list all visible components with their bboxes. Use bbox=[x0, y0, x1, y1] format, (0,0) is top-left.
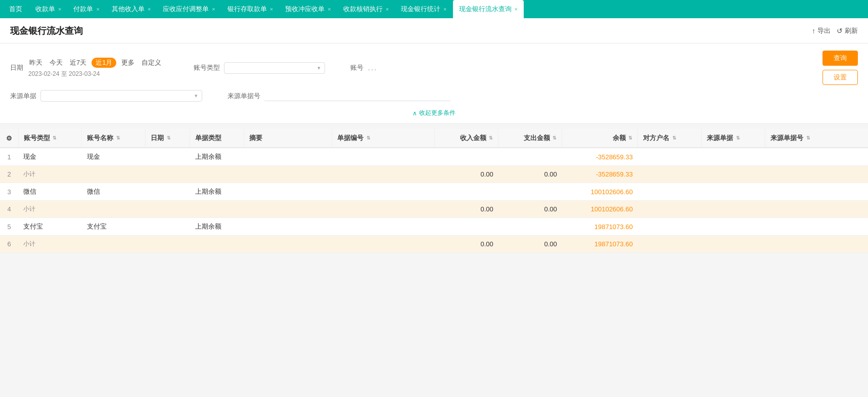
account-type-select-text bbox=[229, 64, 315, 72]
nav-receipt-label: 收款单 bbox=[35, 0, 55, 18]
td-source-doc-no bbox=[765, 183, 868, 201]
td-account-name: 现金 bbox=[82, 148, 146, 166]
table-row[interactable]: 2 小计 0.00 0.00 -3528659.33 bbox=[0, 166, 868, 183]
query-button[interactable]: 查询 bbox=[823, 51, 858, 66]
td-account-type: 小计 bbox=[18, 236, 82, 253]
td-account-name: 支付宝 bbox=[82, 218, 146, 236]
sort-icon-source-doc: ⇅ bbox=[736, 136, 740, 141]
filter-row-1: 日期 昨天 今天 近7天 近1月 更多 自定义 2023-02-24 至 202… bbox=[10, 51, 858, 85]
source-doc-select[interactable]: ▾ bbox=[40, 90, 202, 102]
nav-item-other-income[interactable]: 其他收入单 × bbox=[106, 0, 157, 18]
td-doc-type: 上期余额 bbox=[190, 218, 244, 236]
td-income: 0.00 bbox=[435, 166, 498, 183]
td-source-doc bbox=[702, 148, 765, 166]
td-source-doc bbox=[702, 166, 765, 183]
date-btn-more[interactable]: 更多 bbox=[119, 58, 136, 68]
th-income[interactable]: 收入金额 ⇅ bbox=[435, 129, 498, 148]
td-balance: 100102606.60 bbox=[562, 201, 638, 218]
th-account-type[interactable]: 账号类型 ⇅ bbox=[18, 129, 82, 148]
nav-item-payment[interactable]: 付款单 × bbox=[67, 0, 105, 18]
export-button[interactable]: ↑ 导出 bbox=[812, 26, 831, 35]
table-row[interactable]: 4 小计 0.00 0.00 100102606.60 bbox=[0, 201, 868, 218]
th-source-doc[interactable]: 来源单据 ⇅ bbox=[702, 129, 765, 148]
nav-item-home[interactable]: 首页 bbox=[2, 0, 29, 18]
td-source-doc bbox=[702, 201, 765, 218]
date-btn-7days[interactable]: 近7天 bbox=[68, 58, 88, 68]
sort-icon-balance: ⇅ bbox=[628, 136, 632, 141]
source-doc-no-input[interactable] bbox=[266, 92, 448, 100]
th-doc-no[interactable]: 单据编号 ⇅ bbox=[332, 129, 434, 148]
account-type-chevron-icon: ▾ bbox=[317, 65, 321, 71]
td-expense: 0.00 bbox=[498, 201, 562, 218]
date-btn-today[interactable]: 今天 bbox=[48, 58, 65, 68]
td-balance: -3528659.33 bbox=[562, 148, 638, 166]
sort-icon-account-type: ⇅ bbox=[53, 136, 57, 141]
td-idx: 6 bbox=[0, 236, 18, 253]
td-account-name bbox=[82, 201, 146, 218]
collapse-up-icon: ∧ bbox=[413, 110, 417, 117]
td-expense bbox=[498, 148, 562, 166]
nav-bank-deposit-close[interactable]: × bbox=[270, 0, 273, 18]
refresh-button[interactable]: ↺ 刷新 bbox=[837, 26, 858, 35]
td-doc-no bbox=[332, 183, 434, 201]
td-source-doc bbox=[702, 236, 765, 253]
td-date bbox=[146, 183, 190, 201]
nav-item-bank-deposit[interactable]: 银行存取款单 × bbox=[221, 0, 279, 18]
date-btn-custom[interactable]: 自定义 bbox=[140, 58, 163, 68]
collapse-bar[interactable]: ∧ 收起更多条件 bbox=[10, 107, 858, 118]
table-row[interactable]: 3 微信 微信 上期余额 100102606.60 bbox=[0, 183, 868, 201]
td-doc-type: 上期余额 bbox=[190, 183, 244, 201]
td-summary bbox=[244, 183, 332, 201]
td-account-type: 支付宝 bbox=[18, 218, 82, 236]
th-account-name-label: 账号名称 bbox=[87, 134, 113, 142]
th-expense[interactable]: 支出金额 ⇅ bbox=[498, 129, 562, 148]
nav-payment-close[interactable]: × bbox=[96, 0, 99, 18]
nav-item-advance-offset[interactable]: 预收冲应收单 × bbox=[279, 0, 337, 18]
td-counterpart bbox=[638, 148, 702, 166]
date-btn-1month[interactable]: 近1月 bbox=[92, 58, 116, 68]
td-expense bbox=[498, 183, 562, 201]
nav-cash-bank-flow-label: 现金银行流水查询 bbox=[459, 0, 512, 18]
td-source-doc-no bbox=[765, 201, 868, 218]
source-doc-no-input-wrap bbox=[264, 91, 450, 101]
nav-cash-bank-stat-close[interactable]: × bbox=[443, 0, 446, 18]
account-dots[interactable]: ... bbox=[368, 63, 377, 72]
table-row[interactable]: 5 支付宝 支付宝 上期余额 19871073.60 bbox=[0, 218, 868, 236]
nav-item-collect-exec[interactable]: 收款核销执行 × bbox=[337, 0, 395, 18]
nav-item-ar-adjust[interactable]: 应收应付调整单 × bbox=[157, 0, 221, 18]
th-balance[interactable]: 余额 ⇅ bbox=[562, 129, 638, 148]
th-account-name[interactable]: 账号名称 ⇅ bbox=[82, 129, 146, 148]
td-account-name bbox=[82, 236, 146, 253]
date-filter: 日期 昨天 今天 近7天 近1月 更多 自定义 2023-02-24 至 202… bbox=[10, 58, 163, 78]
th-summary[interactable]: 摘要 bbox=[244, 129, 332, 148]
td-idx: 3 bbox=[0, 183, 18, 201]
nav-receipt-close[interactable]: × bbox=[58, 0, 61, 18]
nav-item-cash-bank-stat[interactable]: 现金银行统计 × bbox=[395, 0, 452, 18]
filter-area: 日期 昨天 今天 近7天 近1月 更多 自定义 2023-02-24 至 202… bbox=[0, 43, 868, 124]
td-source-doc-no bbox=[765, 148, 868, 166]
th-summary-label: 摘要 bbox=[249, 134, 262, 142]
th-source-doc-no[interactable]: 来源单据号 ⇅ bbox=[765, 129, 868, 148]
nav-advance-offset-label: 预收冲应收单 bbox=[285, 0, 325, 18]
td-counterpart bbox=[638, 166, 702, 183]
date-btn-yesterday[interactable]: 昨天 bbox=[27, 58, 44, 68]
th-counterpart[interactable]: 对方户名 ⇅ bbox=[638, 129, 702, 148]
nav-advance-offset-close[interactable]: × bbox=[328, 0, 331, 18]
nav-collect-exec-label: 收款核销执行 bbox=[343, 0, 383, 18]
nav-item-receipt[interactable]: 收款单 × bbox=[29, 0, 67, 18]
account-type-select[interactable]: ▾ bbox=[224, 62, 325, 74]
th-doc-type[interactable]: 单据类型 bbox=[190, 129, 244, 148]
settings-button[interactable]: 设置 bbox=[823, 70, 858, 85]
table-row[interactable]: 6 小计 0.00 0.00 19871073.60 bbox=[0, 236, 868, 253]
nav-cash-bank-flow-close[interactable]: × bbox=[515, 0, 518, 18]
table-row[interactable]: 1 现金 现金 上期余额 -3528659.33 bbox=[0, 148, 868, 166]
sort-icon-counterpart: ⇅ bbox=[672, 136, 676, 141]
td-summary bbox=[244, 201, 332, 218]
nav-collect-exec-close[interactable]: × bbox=[386, 0, 389, 18]
date-quick-buttons: 昨天 今天 近7天 近1月 更多 自定义 bbox=[27, 58, 163, 68]
nav-ar-adjust-close[interactable]: × bbox=[212, 0, 215, 18]
th-date[interactable]: 日期 ⇅ bbox=[146, 129, 190, 148]
nav-other-income-close[interactable]: × bbox=[148, 0, 151, 18]
nav-item-cash-bank-flow[interactable]: 现金银行流水查询 × bbox=[453, 0, 524, 18]
th-gear[interactable]: ⚙ bbox=[0, 129, 18, 148]
